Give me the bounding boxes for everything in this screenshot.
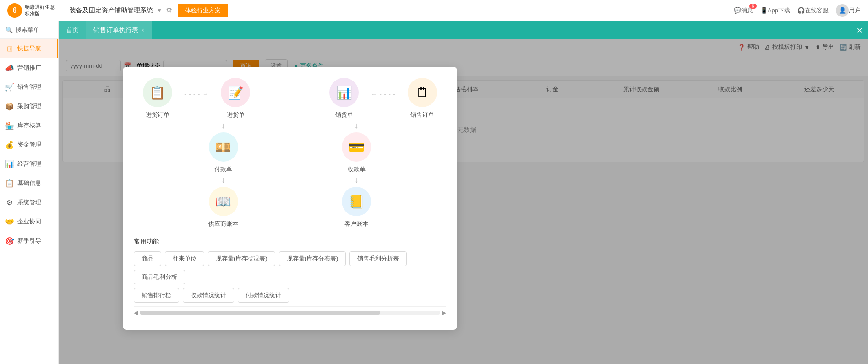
scroll-left-arrow[interactable]: ◀ bbox=[134, 310, 138, 316]
sidebar-item-marketing[interactable]: 📣 营销推广 bbox=[0, 58, 58, 77]
flow-node-supplier-account: 📖 供应商账本 bbox=[203, 187, 244, 228]
quick-nav-icon: ⊞ bbox=[5, 44, 14, 53]
user-menu[interactable]: 👤 用户 bbox=[836, 4, 861, 17]
func-btn-product[interactable]: 商品 bbox=[134, 251, 161, 266]
sidebar-item-purchase[interactable]: 📦 采购管理 bbox=[0, 97, 58, 116]
system-dropdown-arrow[interactable]: ▼ bbox=[157, 7, 162, 14]
logo-text: 畅康通好生意 标准版 bbox=[25, 4, 55, 17]
sidebar-search[interactable]: 🔍 搜索菜单 bbox=[0, 21, 58, 39]
sales-order-circle: 🗒 bbox=[408, 78, 437, 107]
app-logo-icon: 6 bbox=[7, 3, 22, 18]
system-icon: ⚙ bbox=[5, 198, 14, 206]
common-functions-title: 常用功能 bbox=[134, 238, 446, 246]
sales-icon: 🛒 bbox=[5, 83, 14, 91]
service-icon: 🎧 bbox=[797, 7, 805, 14]
purchase-bill-circle: 📝 bbox=[221, 78, 250, 107]
func-btn-counterpart[interactable]: 往来单位 bbox=[165, 251, 204, 266]
gear-icon[interactable]: ⚙ bbox=[166, 6, 172, 15]
scroll-track[interactable] bbox=[140, 311, 440, 315]
func-btn-stock-dist[interactable]: 现存量(库存分布表) bbox=[279, 251, 346, 266]
func-btn-payment-stats[interactable]: 付款情况统计 bbox=[238, 288, 289, 303]
func-btn-receipt-stats[interactable]: 收款情况统计 bbox=[183, 288, 234, 303]
tab-sales-order[interactable]: 销售订单执行表 × bbox=[86, 21, 152, 39]
beginner-icon: 🎯 bbox=[5, 237, 14, 245]
tab-home[interactable]: 首页 bbox=[59, 21, 86, 39]
flow-node-sales-order: 🗒 销售订单 bbox=[402, 78, 443, 119]
payment-circle: 💴 bbox=[209, 132, 238, 162]
finance-icon: 💰 bbox=[5, 141, 14, 149]
sidebar-item-finance[interactable]: 💰 资金管理 bbox=[0, 135, 58, 154]
purchase-order-circle: 📋 bbox=[143, 78, 172, 107]
system-title: 装备及固定资产辅助管理系统 bbox=[70, 6, 153, 15]
sidebar-item-system[interactable]: ⚙ 系统管理 bbox=[0, 193, 58, 212]
receipt-circle: 💳 bbox=[342, 132, 371, 162]
message-badge: 6 bbox=[749, 4, 757, 9]
sales-bill-circle: 📊 bbox=[329, 78, 359, 107]
message-icon: 💬 bbox=[734, 7, 741, 14]
scroll-thumb bbox=[140, 311, 380, 315]
window-close-icon[interactable]: ✕ bbox=[857, 26, 863, 35]
flow-node-customer-account: 📒 客户账本 bbox=[336, 187, 377, 228]
online-service-button[interactable]: 🎧 在线客服 bbox=[797, 6, 829, 15]
marketing-icon: 📣 bbox=[5, 64, 14, 72]
func-btn-sales-rank[interactable]: 销售排行榜 bbox=[134, 288, 179, 303]
modal-scrollbar: ◀ ▶ bbox=[134, 306, 446, 319]
sidebar-item-quick-nav[interactable]: ⊞ 快捷导航 bbox=[0, 39, 58, 58]
func-btn-sales-margin[interactable]: 销售毛利分析表 bbox=[349, 251, 407, 266]
func-btn-product-margin[interactable]: 商品毛利分析 bbox=[134, 270, 185, 284]
flow-node-sales-bill: 📊 销货单 bbox=[323, 78, 365, 119]
function-buttons-row1: 商品 往来单位 现存量(库存状况表) 现存量(库存分布表) 销售毛利分析表 商品… bbox=[134, 251, 446, 284]
sidebar-item-basic-info[interactable]: 📋 基础信息 bbox=[0, 174, 58, 193]
purchase-icon: 📦 bbox=[5, 102, 14, 110]
sidebar-item-beginner[interactable]: 🎯 新手引导 bbox=[0, 231, 58, 250]
flow-node-receipt: 💳 收款单 bbox=[336, 132, 377, 174]
modal-overlay: 📋 进货订单 - - - - → 📝 bbox=[59, 39, 868, 364]
app-download-button[interactable]: 📱 App下载 bbox=[760, 6, 790, 15]
customer-account-circle: 📒 bbox=[342, 187, 371, 216]
sidebar-item-inventory[interactable]: 🏪 库存核算 bbox=[0, 116, 58, 135]
function-buttons-row2: 销售排行榜 收款情况统计 付款情况统计 bbox=[134, 288, 446, 303]
search-icon: 🔍 bbox=[5, 27, 13, 33]
flow-node-purchase-bill: 📝 进货单 bbox=[215, 78, 256, 119]
flow-modal: 📋 进货订单 - - - - → 📝 bbox=[123, 67, 457, 330]
trial-button[interactable]: 体验行业方案 bbox=[178, 4, 228, 17]
download-icon: 📱 bbox=[760, 7, 768, 14]
scroll-right-arrow[interactable]: ▶ bbox=[442, 310, 446, 316]
flow-node-payment: 💴 付款单 bbox=[203, 132, 244, 174]
message-button[interactable]: 💬 消息 6 bbox=[734, 6, 753, 15]
func-btn-stock-status[interactable]: 现存量(库存状况表) bbox=[208, 251, 275, 266]
avatar: 👤 bbox=[836, 4, 849, 17]
sidebar-item-enterprise[interactable]: 🤝 企业协同 bbox=[0, 212, 58, 231]
supplier-account-circle: 📖 bbox=[209, 187, 238, 216]
common-functions-section: 常用功能 商品 往来单位 现存量(库存状况表) 现存量(库存分布表) 销售毛利分… bbox=[134, 230, 446, 303]
inventory-icon: 🏪 bbox=[5, 121, 14, 130]
tab-close-icon[interactable]: × bbox=[141, 27, 144, 33]
sidebar-item-operations[interactable]: 📊 经营管理 bbox=[0, 154, 58, 174]
operations-icon: 📊 bbox=[5, 160, 14, 168]
enterprise-icon: 🤝 bbox=[5, 217, 14, 226]
sidebar-item-sales[interactable]: 🛒 销售管理 bbox=[0, 77, 58, 97]
flow-node-purchase-order: 📋 进货订单 bbox=[137, 78, 178, 119]
basic-info-icon: 📋 bbox=[5, 179, 14, 187]
